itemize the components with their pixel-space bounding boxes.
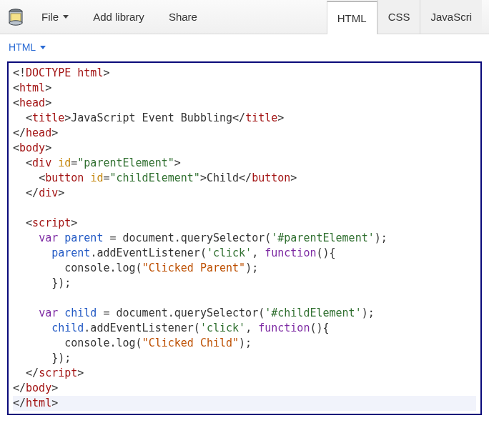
tab-html-label: HTML: [337, 12, 367, 24]
app-logo-icon: [7, 7, 24, 27]
panel-tabs: HTML CSS JavaScri: [327, 0, 482, 34]
code-editor[interactable]: <!DOCTYPE html><html><head> <title>JavaS…: [7, 61, 482, 415]
svg-point-3: [9, 20, 22, 24]
tab-css[interactable]: CSS: [377, 0, 420, 34]
caret-down-icon: [63, 15, 69, 19]
code-content: <!DOCTYPE html><html><head> <title>JavaS…: [13, 66, 476, 411]
top-toolbar: File Add library Share HTML CSS JavaScri: [0, 0, 489, 34]
language-selector-label: HTML: [9, 41, 36, 53]
language-selector[interactable]: HTML: [9, 41, 46, 53]
share-label: Share: [169, 11, 197, 23]
share-menu[interactable]: Share: [162, 6, 204, 27]
add-library-menu[interactable]: Add library: [86, 6, 152, 27]
tab-js-label: JavaScri: [430, 11, 472, 23]
tab-javascript[interactable]: JavaScri: [420, 0, 482, 34]
tab-css-label: CSS: [388, 11, 410, 23]
caret-down-icon: [40, 46, 46, 49]
file-menu[interactable]: File: [34, 6, 76, 27]
file-menu-label: File: [41, 11, 59, 23]
editor-subbar: HTML: [0, 34, 489, 59]
tab-html[interactable]: HTML: [327, 1, 377, 34]
add-library-label: Add library: [93, 11, 144, 23]
